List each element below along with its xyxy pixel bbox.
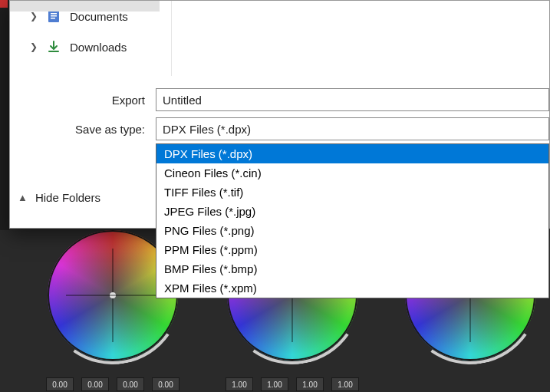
chevron-right-icon: ❯ [30, 41, 38, 52]
file-type-option[interactable]: Cineon Files (*.cin) [156, 163, 548, 183]
file-type-option[interactable]: PNG Files (*.png) [156, 221, 548, 240]
value-box[interactable]: 0.00 [46, 377, 74, 391]
file-type-option[interactable]: DPX Files (*.dpx) [156, 144, 548, 163]
file-type-option[interactable]: BMP Files (*.bmp) [156, 259, 548, 278]
file-type-option[interactable]: PPM Files (*.ppm) [156, 240, 548, 259]
file-type-option[interactable]: JPEG Files (*.jpg) [156, 202, 548, 221]
value-box[interactable]: 0.00 [81, 377, 109, 391]
value-box[interactable]: 1.00 [296, 377, 324, 391]
downloads-icon [47, 40, 61, 54]
value-box[interactable]: 1.00 [261, 377, 288, 391]
pane-divider [171, 1, 172, 76]
chevron-up-icon: ▲ [18, 192, 28, 203]
hide-folders-toggle[interactable]: ▲ Hide Folders [18, 191, 100, 204]
value-box[interactable]: 0.00 [152, 377, 179, 391]
file-type-combobox[interactable]: DPX Files (*.dpx) [156, 117, 549, 140]
hide-folders-label: Hide Folders [35, 191, 100, 204]
file-type-dropdown[interactable]: DPX Files (*.dpx) Cineon Files (*.cin) T… [156, 143, 549, 298]
value-box[interactable]: 0.00 [117, 377, 144, 391]
file-type-option[interactable]: TIFF Files (*.tif) [156, 183, 548, 202]
chevron-right-icon: ❯ [30, 11, 38, 21]
tree-header-shade [10, 1, 160, 12]
tree-item-label: Documents [70, 10, 128, 23]
folder-tree: ❯ Documents ❯ Downloads [10, 1, 170, 76]
save-as-type-label: Save as type: [10, 123, 156, 136]
svg-rect-3 [51, 18, 55, 19]
filename-input[interactable] [156, 88, 549, 111]
svg-rect-1 [51, 13, 57, 15]
svg-rect-2 [51, 15, 57, 17]
export-dialog: ❯ Documents ❯ Downloads [9, 0, 550, 229]
value-box[interactable]: 1.00 [331, 377, 359, 391]
export-form: Export Save as type: DPX Files (*.dpx) D… [10, 85, 549, 143]
app-accent-chip [0, 0, 8, 8]
export-label: Export [10, 94, 156, 107]
app-sidebar-sliver [0, 0, 9, 230]
file-type-option[interactable]: XPM Files (*.xpm) [156, 278, 548, 298]
value-box[interactable]: 1.00 [226, 377, 253, 391]
tree-item-label: Downloads [70, 41, 127, 54]
combobox-value: DPX Files (*.dpx) [163, 123, 251, 136]
tree-item-downloads[interactable]: ❯ Downloads [10, 31, 170, 62]
